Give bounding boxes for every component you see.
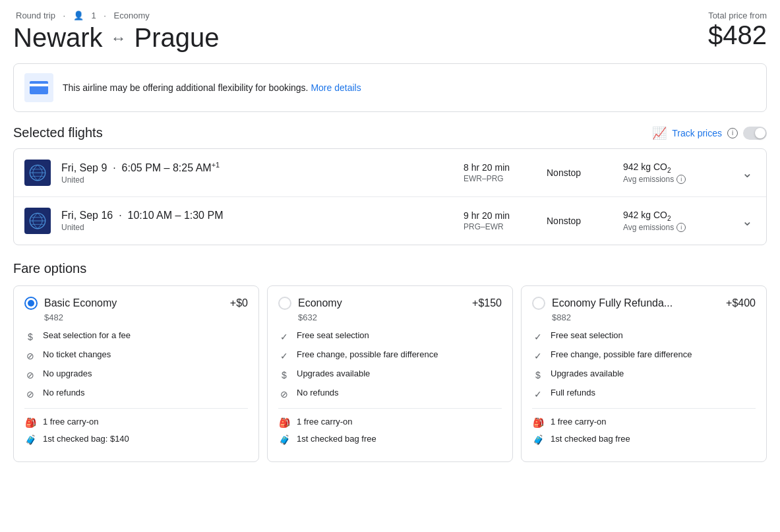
fare-feature: ⊘ No refunds	[278, 388, 502, 400]
fare-options-title: Fare options	[13, 261, 767, 276]
radio-inner	[28, 300, 34, 307]
fare-card-header: Economy +$150	[278, 297, 502, 310]
svg-rect-2	[30, 84, 48, 86]
total-price-label: Total price from	[708, 11, 767, 20]
check-icon: ✓	[278, 331, 290, 343]
fare-feature: ✓ Full refunds	[532, 388, 756, 400]
passenger-count: 1	[91, 11, 96, 20]
dollar-icon: $	[24, 331, 36, 343]
block-icon: ⊘	[24, 369, 36, 381]
emissions-info-icon[interactable]: i	[676, 175, 686, 184]
stops-label: Nonstop	[547, 167, 613, 178]
fare-radio-basic-economy[interactable]	[24, 297, 38, 310]
duration-route: EWR–PRG	[464, 174, 536, 183]
track-prices-icon: 📈	[652, 126, 667, 140]
banner-text: This airline may be offering additional …	[63, 82, 361, 93]
svg-rect-3	[32, 88, 37, 90]
fare-feature: ✓ Free change, possible fare difference	[278, 349, 502, 362]
carryon-icon: 🎒	[24, 417, 36, 429]
page-header: Round trip · 👤 1 · Economy Newark ↔ Prag…	[13, 11, 767, 53]
carryon-icon: 🎒	[278, 417, 290, 429]
selected-flights-header: Selected flights 📈 Track prices i	[13, 125, 767, 140]
fare-card-basic-economy: Basic Economy +$0 $482 $ Seat selection …	[13, 285, 259, 462]
fare-feature: ⊘ No refunds	[24, 388, 248, 400]
trip-type: Round trip	[16, 11, 55, 20]
table-row: Fri, Sep 16 · 10:10 AM – 1:30 PM United …	[14, 197, 766, 245]
svg-rect-4	[32, 91, 41, 92]
flight-duration: 8 hr 20 min EWR–PRG	[464, 162, 536, 183]
emissions-amount: 942 kg CO2	[623, 162, 729, 174]
baggage-feature: 🧳 1st checked bag: $140	[24, 434, 248, 446]
duration-route: PRG–EWR	[464, 222, 536, 231]
cabin-class: Economy	[114, 11, 150, 20]
fare-feature: ✓ Free seat selection	[532, 330, 756, 343]
flights-container: Fri, Sep 9 · 6:05 PM – 8:25 AM+1 United …	[13, 148, 767, 245]
fare-base-price: $632	[298, 312, 502, 322]
emissions-info-icon[interactable]: i	[676, 223, 686, 232]
route-arrow-icon: ↔	[111, 29, 127, 47]
fare-feature: ⊘ No ticket changes	[24, 349, 248, 362]
flight-duration: 9 hr 20 min PRG–EWR	[464, 210, 536, 231]
trip-meta: Round trip · 👤 1 · Economy	[13, 11, 220, 20]
flexibility-banner: This airline may be offering additional …	[13, 63, 767, 112]
flight-expand-button[interactable]: ⌄	[739, 210, 756, 231]
fare-feature: ✓ Free change, possible fare difference	[532, 349, 756, 362]
emissions-amount: 942 kg CO2	[623, 210, 729, 222]
fare-base-price: $882	[552, 312, 756, 322]
track-prices-label: Track prices	[672, 128, 722, 138]
baggage-feature: 🧳 1st checked bag free	[278, 434, 502, 446]
fare-card-economy-refundable: Economy Fully Refunda... +$400 $882 ✓ Fr…	[521, 285, 767, 462]
fare-name-row: Economy Fully Refunda...	[532, 297, 673, 310]
table-row: Fri, Sep 9 · 6:05 PM – 8:25 AM+1 United …	[14, 149, 766, 197]
flight-airline: United	[61, 223, 453, 232]
fare-card-header: Basic Economy +$0	[24, 297, 248, 310]
emissions-sub: Avg emissions i	[623, 223, 729, 232]
fare-card-economy: Economy +$150 $632 ✓ Free seat selection…	[267, 285, 513, 462]
fare-base-price: $482	[44, 312, 248, 322]
flight-details: Fri, Sep 9 · 6:05 PM – 8:25 AM+1 United	[61, 161, 453, 185]
selected-flights-title: Selected flights	[13, 125, 103, 140]
fare-name: Basic Economy	[44, 297, 117, 309]
flight-emissions: 942 kg CO2 Avg emissions i	[623, 210, 729, 233]
block-icon: ⊘	[24, 388, 36, 400]
flight-emissions: 942 kg CO2 Avg emissions i	[623, 162, 729, 185]
check-icon: ✓	[532, 388, 544, 400]
more-details-link[interactable]: More details	[311, 82, 361, 93]
header-left: Round trip · 👤 1 · Economy Newark ↔ Prag…	[13, 11, 220, 53]
origin-city: Newark	[13, 23, 103, 53]
carryon-icon: 🎒	[532, 417, 544, 429]
fare-radio-economy[interactable]	[278, 297, 291, 310]
dollar-icon: $	[278, 369, 290, 381]
check-icon: ✓	[278, 350, 290, 362]
fare-price-diff: +$400	[726, 297, 756, 309]
fare-price-diff: +$0	[230, 297, 248, 309]
block-icon: ⊘	[24, 350, 36, 362]
fare-feature: ✓ Free seat selection	[278, 330, 502, 343]
trip-route: Newark ↔ Prague	[13, 23, 220, 53]
fare-cards-container: Basic Economy +$0 $482 $ Seat selection …	[13, 285, 767, 462]
check-icon: ✓	[532, 331, 544, 343]
fare-name-row: Economy	[278, 297, 342, 310]
track-prices-button[interactable]: 📈 Track prices	[652, 126, 722, 140]
baggage-feature: 🎒 1 free carry-on	[532, 417, 756, 429]
fare-radio-economy-refundable[interactable]	[532, 297, 545, 310]
block-icon: ⊘	[278, 388, 290, 400]
fare-price-diff: +$150	[472, 297, 502, 309]
checked-bag-icon: 🧳	[532, 434, 544, 446]
flight-time: Fri, Sep 9 · 6:05 PM – 8:25 AM+1	[61, 161, 453, 174]
fare-feature: $ Upgrades available	[278, 369, 502, 381]
fare-name: Economy	[298, 297, 342, 309]
duration-time: 9 hr 20 min	[464, 210, 536, 221]
airline-logo	[24, 160, 51, 186]
checked-bag-icon: 🧳	[24, 434, 36, 446]
check-icon: ✓	[532, 350, 544, 362]
flight-expand-button[interactable]: ⌄	[739, 162, 756, 183]
fare-feature: ⊘ No upgrades	[24, 369, 248, 381]
header-right: Total price from $482	[708, 11, 767, 50]
dollar-icon: $	[532, 369, 544, 381]
passenger-icon: 👤	[73, 11, 84, 20]
fare-name-row: Basic Economy	[24, 297, 117, 310]
track-prices-info-icon[interactable]: i	[727, 128, 738, 138]
track-prices-toggle[interactable]	[743, 127, 767, 140]
baggage-feature: 🧳 1st checked bag free	[532, 434, 756, 446]
